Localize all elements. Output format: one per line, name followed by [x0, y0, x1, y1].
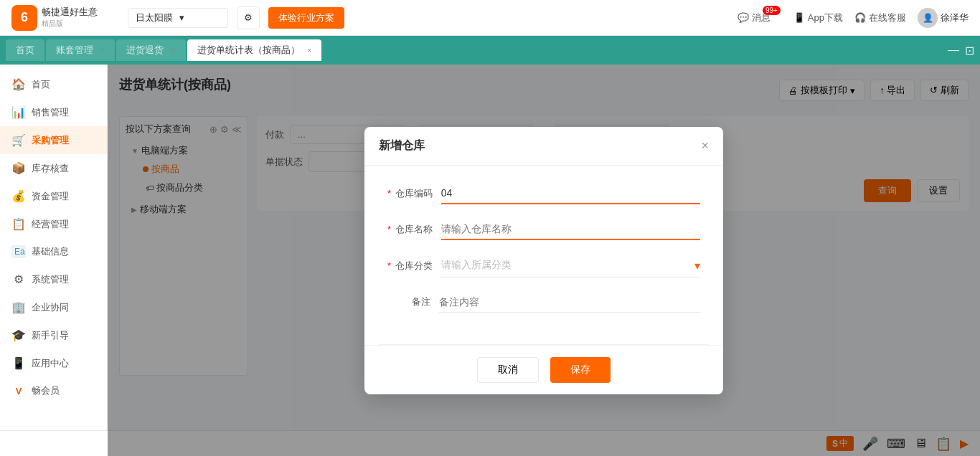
- app-download-item[interactable]: 📱 App下载: [793, 11, 843, 24]
- form-row-name: * 仓库名称: [387, 219, 700, 240]
- sidebar-home-label: 首页: [32, 78, 50, 91]
- remark-input[interactable]: [439, 292, 700, 313]
- gear-button[interactable]: ⚙: [237, 6, 260, 29]
- finance-icon: 💰: [11, 189, 26, 203]
- logo-icon: 6: [11, 5, 37, 31]
- tab-purchase-stat-label: 进货单统计表（按商品）: [197, 44, 300, 57]
- sidebar-sales-label: 销售管理: [32, 106, 69, 119]
- modal-body: * 仓库编码 * 仓库名称: [364, 166, 723, 344]
- sidebar-finance-label: 资金管理: [32, 190, 69, 203]
- tab-expand-icon[interactable]: ⊡: [965, 44, 974, 57]
- tab-purchase-stat[interactable]: 进货单统计表（按商品） ×: [187, 39, 321, 61]
- app-download-label: App下载: [808, 11, 843, 24]
- sidebar-basic-info-label: 基础信息: [32, 245, 69, 258]
- header-right: 💬 消息 99+ 📱 App下载 🎧 在线客服 👤 徐泽华: [738, 8, 969, 28]
- sidebar-item-operations[interactable]: 📋 经营管理: [0, 210, 107, 238]
- enterprise-icon: 🏢: [11, 300, 26, 314]
- modal-footer: 取消 保存: [364, 345, 723, 394]
- category-select-row[interactable]: 请输入所属分类 ▾: [441, 255, 700, 277]
- tab-purchase-return-close[interactable]: ×: [171, 46, 175, 54]
- member-icon: V: [11, 386, 26, 396]
- tab-bar-right: — ⊡: [948, 44, 974, 57]
- message-icon: 💬: [738, 12, 749, 23]
- logo-edition: 精品版: [42, 19, 98, 29]
- tab-account-close[interactable]: ×: [100, 46, 105, 54]
- user-menu[interactable]: 👤 徐泽华: [918, 8, 969, 28]
- sidebar-member-label: 畅会员: [32, 384, 60, 397]
- code-label: * 仓库编码: [387, 187, 433, 200]
- tab-purchase-stat-close[interactable]: ×: [307, 46, 311, 54]
- sidebar-item-sales[interactable]: 📊 销售管理: [0, 98, 107, 126]
- tab-home-label: 首页: [16, 44, 34, 57]
- sales-icon: 📊: [11, 105, 26, 119]
- sidebar-inventory-label: 库存核查: [32, 162, 69, 175]
- tab-purchase-return[interactable]: 进货退货 ×: [116, 39, 185, 61]
- dropdown-icon: ▾: [179, 12, 220, 23]
- purchase-icon: 🛒: [11, 133, 26, 147]
- required-star-code: *: [387, 188, 391, 199]
- main-layout: 🏠 首页 📊 销售管理 🛒 采购管理 📦 库存核查 💰 资金管理 📋 经营管理 …: [0, 65, 980, 456]
- name-label: * 仓库名称: [387, 223, 433, 236]
- cancel-button[interactable]: 取消: [477, 357, 539, 383]
- sidebar-purchase-label: 采购管理: [32, 134, 69, 147]
- category-dropdown-icon: ▾: [694, 259, 700, 272]
- gear-icon: ⚙: [244, 12, 253, 23]
- form-row-code: * 仓库编码: [387, 183, 700, 204]
- sidebar-item-home[interactable]: 🏠 首页: [0, 70, 107, 98]
- sidebar: 🏠 首页 📊 销售管理 🛒 采购管理 📦 库存核查 💰 资金管理 📋 经营管理 …: [0, 65, 108, 456]
- experience-button[interactable]: 体验行业方案: [268, 7, 344, 29]
- content-area: 进货单统计(按商品) 🖨 按模板打印 ▾ ↑ 导出 ↺ 刷新: [108, 65, 980, 456]
- sidebar-item-inventory[interactable]: 📦 库存核查: [0, 154, 107, 182]
- new-warehouse-modal: 新增仓库 × * 仓库编码 *: [364, 127, 723, 394]
- message-item[interactable]: 💬 消息 99+: [738, 11, 771, 24]
- save-button[interactable]: 保存: [550, 357, 611, 383]
- sidebar-item-app-center[interactable]: 📱 应用中心: [0, 349, 107, 377]
- online-service-item[interactable]: 🎧 在线客服: [854, 11, 906, 24]
- basic-info-icon: Ea: [11, 245, 26, 258]
- modal-header: 新增仓库 ×: [364, 127, 723, 166]
- tab-purchase-return-label: 进货退货: [126, 44, 164, 57]
- message-badge: 99+: [763, 6, 781, 15]
- sidebar-app-center-label: 应用中心: [32, 357, 69, 370]
- phone-icon: 📱: [793, 12, 805, 23]
- tab-account-label: 账套管理: [56, 44, 93, 57]
- tab-home[interactable]: 首页: [6, 39, 44, 61]
- tab-collapse-icon[interactable]: —: [948, 44, 959, 57]
- sidebar-guide-label: 新手引导: [32, 329, 69, 342]
- modal-overlay[interactable]: 新增仓库 × * 仓库编码 *: [108, 65, 980, 456]
- sidebar-item-finance[interactable]: 💰 资金管理: [0, 182, 107, 210]
- operations-icon: 📋: [11, 217, 26, 231]
- sidebar-item-basic-info[interactable]: Ea 基础信息: [0, 238, 107, 265]
- top-header: 6 畅捷通好生意 精品版 日太阳膜 ▾ ⚙ 体验行业方案 💬 消息 99+ 📱 …: [0, 0, 980, 36]
- app-center-icon: 📱: [11, 356, 26, 370]
- guide-icon: 🎓: [11, 328, 26, 342]
- sidebar-item-enterprise[interactable]: 🏢 企业协同: [0, 293, 107, 321]
- system-icon: ⚙: [11, 272, 26, 286]
- home-icon: 🏠: [11, 77, 26, 91]
- logo-area: 6 畅捷通好生意 精品版: [11, 5, 119, 31]
- required-star-category: *: [387, 260, 391, 271]
- sidebar-item-purchase[interactable]: 🛒 采购管理: [0, 126, 107, 154]
- form-row-category: * 仓库分类 请输入所属分类 ▾: [387, 255, 700, 277]
- modal-close-button[interactable]: ×: [701, 138, 709, 153]
- warehouse-name-input[interactable]: [441, 219, 700, 240]
- headset-icon: 🎧: [854, 12, 866, 23]
- inventory-icon: 📦: [11, 161, 26, 175]
- tab-account[interactable]: 账套管理 ×: [46, 39, 115, 61]
- sidebar-system-label: 系统管理: [32, 273, 69, 286]
- form-row-remark: 备注: [387, 292, 700, 313]
- store-selector[interactable]: 日太阳膜 ▾: [128, 8, 228, 28]
- store-name: 日太阳膜: [136, 11, 176, 24]
- sidebar-item-member[interactable]: V 畅会员: [0, 377, 107, 404]
- logo-brand: 畅捷通好生意: [42, 6, 98, 19]
- sidebar-item-system[interactable]: ⚙ 系统管理: [0, 265, 107, 293]
- sidebar-operations-label: 经营管理: [32, 218, 69, 231]
- category-label: * 仓库分类: [387, 260, 433, 272]
- sidebar-enterprise-label: 企业协同: [32, 301, 69, 314]
- remark-label: 备注: [387, 295, 430, 308]
- username: 徐泽华: [941, 11, 969, 24]
- required-star-name: *: [387, 224, 391, 234]
- warehouse-code-input[interactable]: [441, 183, 700, 204]
- sidebar-item-guide[interactable]: 🎓 新手引导: [0, 321, 107, 349]
- modal-title: 新增仓库: [379, 138, 425, 153]
